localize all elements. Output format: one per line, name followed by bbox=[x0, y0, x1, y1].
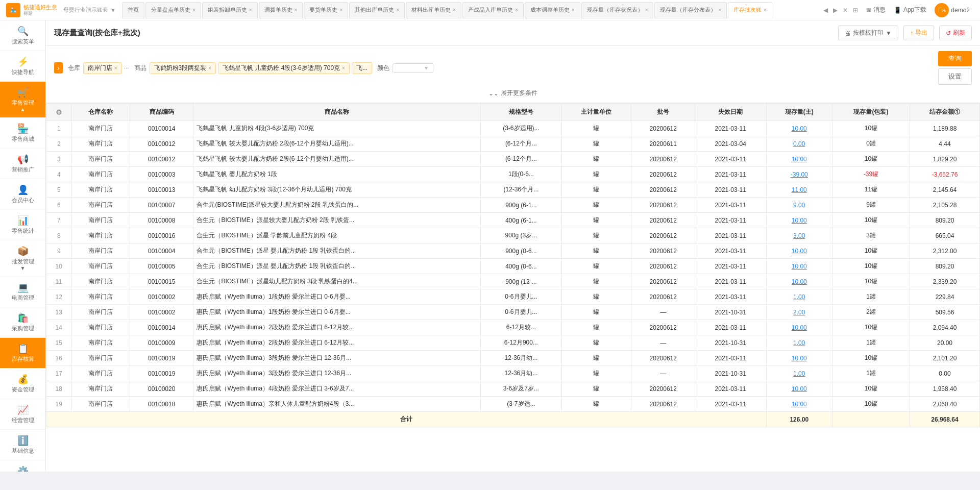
search-icon: 🔍 bbox=[17, 26, 29, 37]
product-tag-0[interactable]: 飞鹤奶粉3段两提装 × bbox=[150, 62, 216, 74]
sidebar-item-search[interactable]: 🔍 搜索英单 bbox=[0, 20, 45, 51]
tab-4[interactable]: 要货单历史× bbox=[304, 2, 348, 18]
color-dropdown[interactable]: ▼ bbox=[393, 63, 433, 73]
sidebar-item-business[interactable]: 📈 经营管理 bbox=[0, 399, 45, 430]
message-btn[interactable]: ✉ 消息 bbox=[866, 6, 886, 14]
tab-6[interactable]: 材料出库单历史× bbox=[406, 2, 461, 18]
product-tag-2[interactable]: 飞... bbox=[352, 62, 372, 74]
tab-close[interactable]: × bbox=[295, 7, 298, 13]
tab-7[interactable]: 产成品入库单历史× bbox=[462, 2, 524, 18]
more-warehouses[interactable]: ··· bbox=[124, 64, 129, 71]
sidebar-item-mall[interactable]: 🏪 零售商城 bbox=[0, 118, 45, 149]
suite-selector[interactable]: 母婴行业演示账套 ▼ bbox=[63, 6, 116, 14]
col-batch: 批号 bbox=[631, 104, 695, 121]
tab-expand-icon[interactable]: ⊞ bbox=[851, 6, 860, 15]
sidebar-item-stats[interactable]: 📊 零售统计 bbox=[0, 210, 45, 240]
cell-qty-main[interactable]: 10.00 bbox=[766, 259, 832, 274]
app-download-btn[interactable]: 📱 App下载 bbox=[894, 6, 926, 14]
sidebar-item-inventory[interactable]: 📋 库存核算 bbox=[0, 338, 45, 369]
cell-name: 惠氏启赋（Wyeth illuma）1段奶粉 爱尔兰进口 0-6月婴... bbox=[193, 305, 481, 320]
tab-close[interactable]: × bbox=[764, 7, 767, 13]
tab-5[interactable]: 其他出库单历史× bbox=[349, 2, 405, 18]
sidebar-item-ecommerce[interactable]: 💻 电商管理 bbox=[0, 277, 45, 307]
tab-close[interactable]: × bbox=[718, 7, 721, 13]
tab-next-arrow[interactable]: ▶ bbox=[831, 6, 840, 15]
tab-close[interactable]: × bbox=[645, 7, 648, 13]
sidebar-item-purchase[interactable]: 🛍️ 采购管理 bbox=[0, 307, 45, 338]
cell-qty-main[interactable]: 10.00 bbox=[766, 351, 832, 366]
tab-close[interactable]: × bbox=[572, 7, 575, 13]
cell-qty-main[interactable]: 10.00 bbox=[766, 320, 832, 335]
expand-sidebar-btn[interactable]: › bbox=[54, 62, 63, 74]
export-icon: ↑ bbox=[910, 30, 913, 37]
cell-qty-main[interactable]: 1.00 bbox=[766, 366, 832, 381]
tab-home[interactable]: 首页 bbox=[122, 2, 144, 18]
cell-qty-main[interactable]: 11.00 bbox=[766, 182, 832, 198]
remove-product-tag-1[interactable]: × bbox=[342, 65, 345, 71]
cell-qty-main[interactable]: 10.00 bbox=[766, 121, 832, 136]
cell-expire: 2021-03-11 bbox=[695, 397, 767, 412]
query-button[interactable]: 查询 bbox=[938, 51, 972, 66]
cell-qty-main[interactable]: 10.00 bbox=[766, 243, 832, 259]
system-icon: ⚙️ bbox=[17, 465, 29, 472]
chevron-down-icon: ⌄⌄ bbox=[488, 90, 499, 97]
cell-warehouse: 南岸门店 bbox=[71, 259, 130, 274]
cell-qty-main[interactable]: 0.00 bbox=[766, 136, 832, 152]
tab-close[interactable]: × bbox=[192, 7, 195, 13]
cell-qty-main[interactable]: 10.00 bbox=[766, 274, 832, 289]
tab-8[interactable]: 成本调整单历史× bbox=[525, 2, 580, 18]
col-gear[interactable]: ⚙ bbox=[46, 104, 71, 121]
wholesale-icon: 📦 bbox=[17, 246, 29, 257]
tab-10[interactable]: 现存量（库存分布表）× bbox=[654, 2, 727, 18]
sidebar-item-basic[interactable]: ℹ️ 基础信息 bbox=[0, 430, 45, 460]
sidebar-item-marketing[interactable]: 📢 营销推广 bbox=[0, 149, 45, 179]
refresh-button[interactable]: ↺ 刷新 bbox=[939, 26, 972, 40]
table-body: 1 南岸门店 00100014 飞鹤星飞帆 儿童奶粉 4段(3-6岁适用) 70… bbox=[46, 121, 980, 427]
warehouse-tag[interactable]: 南岸门店 × bbox=[83, 62, 122, 74]
tab-close[interactable]: × bbox=[249, 7, 252, 13]
sidebar-item-finance[interactable]: 💰 资金管理 bbox=[0, 369, 45, 399]
sidebar-item-wholesale[interactable]: 📦 批发管理 ▼ bbox=[0, 240, 45, 277]
cell-qty-main[interactable]: 3.00 bbox=[766, 228, 832, 243]
tab-close[interactable]: × bbox=[339, 7, 342, 13]
tab-close[interactable]: × bbox=[396, 7, 399, 13]
product-tag-1[interactable]: 飞鹤星飞帆 儿童奶粉 4段(3-6岁适用) 700克 × bbox=[218, 62, 350, 74]
cell-qty-main[interactable]: 10.00 bbox=[766, 213, 832, 228]
user-avatar[interactable]: Ea demo2 bbox=[935, 3, 970, 17]
print-button[interactable]: 🖨 按模板打印 ▼ bbox=[838, 26, 898, 40]
cell-qty-main[interactable]: 9.00 bbox=[766, 198, 832, 213]
cell-qty-main[interactable]: 10.00 bbox=[766, 152, 832, 167]
cell-qty-main[interactable]: 2.00 bbox=[766, 305, 832, 320]
cell-qty-main[interactable]: -39.00 bbox=[766, 167, 832, 182]
tab-2[interactable]: 组装拆卸单历史× bbox=[202, 2, 258, 18]
tab-3[interactable]: 调拨单历史× bbox=[259, 2, 303, 18]
tab-1[interactable]: 分量盘点单历史× bbox=[145, 2, 201, 18]
tab-bar: 首页 分量盘点单历史× 组装拆卸单历史× 调拨单历史× 要货单历史× 其他出库单… bbox=[122, 0, 815, 20]
remove-product-tag-0[interactable]: × bbox=[208, 65, 211, 71]
expand-more[interactable]: ⌄⌄ 展开更多条件 bbox=[54, 89, 972, 97]
sidebar-item-retail[interactable]: 🛒 零售管理 ▲ bbox=[0, 82, 45, 118]
export-button[interactable]: ↑ 导出 bbox=[903, 26, 934, 40]
cell-qty-main[interactable]: 1.00 bbox=[766, 289, 832, 305]
sidebar-item-member[interactable]: 👤 会员中心 bbox=[0, 179, 45, 210]
cell-row-num: 13 bbox=[46, 305, 71, 320]
cell-warehouse: 南岸门店 bbox=[71, 198, 130, 213]
cell-amount: 229.84 bbox=[910, 289, 979, 305]
sidebar-item-system[interactable]: ⚙️ 系统管理 bbox=[0, 460, 45, 472]
tab-9[interactable]: 现存量（库存状况表）× bbox=[581, 2, 654, 18]
tab-11[interactable]: 库存批次账× bbox=[728, 2, 772, 18]
tab-prev-arrow[interactable]: ◀ bbox=[821, 6, 830, 15]
cell-qty-main[interactable]: 10.00 bbox=[766, 397, 832, 412]
marketing-icon: 📢 bbox=[17, 154, 29, 165]
cell-qty-main[interactable]: 1.00 bbox=[766, 335, 832, 351]
tab-close[interactable]: × bbox=[453, 7, 456, 13]
gear-icon[interactable]: ⚙ bbox=[56, 108, 62, 116]
cell-unit: 罐 bbox=[561, 351, 631, 366]
sidebar-item-nav[interactable]: ⚡ 快捷导航 bbox=[0, 51, 45, 82]
setting-button[interactable]: 设置 bbox=[938, 68, 972, 85]
cell-qty-main[interactable]: 10.00 bbox=[766, 381, 832, 397]
tab-close-icon[interactable]: ✕ bbox=[841, 6, 850, 15]
tab-close[interactable]: × bbox=[515, 7, 518, 13]
remove-warehouse-tag[interactable]: × bbox=[114, 65, 117, 71]
cell-row-num: 8 bbox=[46, 228, 71, 243]
